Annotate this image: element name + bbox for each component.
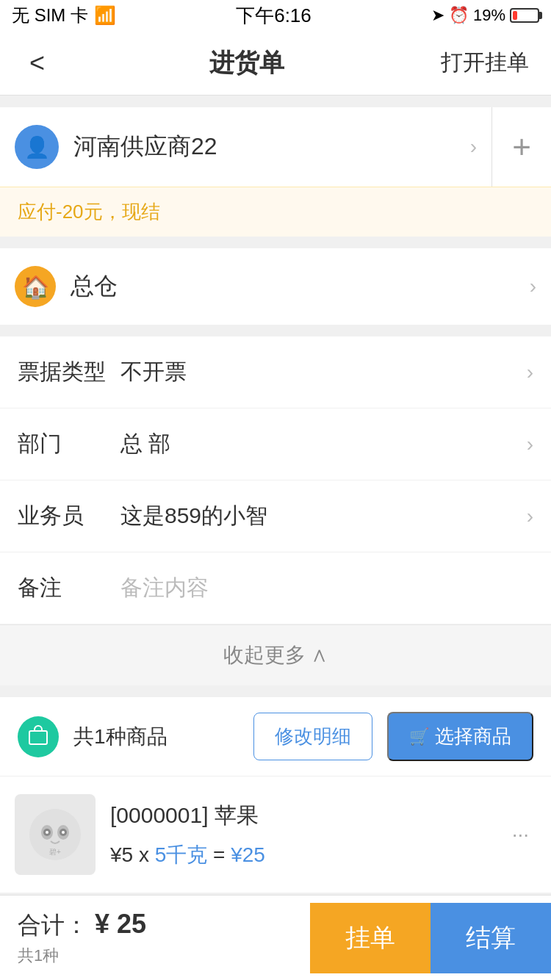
supplier-chevron-icon: › — [470, 135, 477, 159]
product-more-button[interactable]: ··· — [505, 815, 536, 854]
products-icon — [18, 716, 59, 757]
ticket-type-label: 票据类型 — [18, 357, 120, 387]
section-gap-3 — [0, 325, 551, 336]
location-icon: ➤ — [431, 6, 444, 25]
form-row-salesperson[interactable]: 业务员 这是859的小智 › — [0, 480, 551, 552]
form-row-ticket-type[interactable]: 票据类型 不开票 › — [0, 336, 551, 408]
footer-total-amount: ¥ 25 — [95, 909, 146, 939]
select-product-label: 选择商品 — [435, 724, 511, 749]
product-name: [0000001] 苹果 — [110, 801, 490, 831]
status-bar: 无 SIM 卡 📶 下午6:16 ➤ ⏰ 19% — [0, 0, 551, 31]
product-price-row: ¥5 x 5千克 = ¥25 — [110, 841, 490, 869]
supplier-section: 👤 河南供应商22 › + — [0, 107, 551, 187]
department-chevron: › — [527, 433, 533, 456]
battery-percent: 19% — [473, 6, 505, 25]
warehouse-chevron-icon: › — [530, 275, 536, 298]
supplier-avatar: 👤 — [15, 125, 59, 169]
svg-point-6 — [46, 831, 48, 834]
ticket-type-chevron: › — [527, 361, 533, 384]
product-unit-price: ¥5 x — [110, 843, 155, 866]
status-time: 下午6:16 — [236, 3, 311, 29]
footer-total-area: 合计： ¥ 25 共1种 — [0, 896, 310, 980]
back-button[interactable]: < — [22, 40, 52, 86]
footer: 合计： ¥ 25 共1种 挂单 结算 — [0, 895, 551, 980]
products-count: 共1种商品 — [73, 723, 239, 751]
supplier-name: 河南供应商22 — [73, 131, 455, 163]
collapse-button[interactable]: 收起更多 ∧ — [0, 624, 551, 685]
product-title: 苹果 — [215, 803, 259, 827]
footer-total-label: 合计： — [18, 912, 88, 938]
product-item: 碧+ [0000001] 苹果 ¥5 x 5千克 = ¥25 ··· — [0, 776, 551, 893]
footer-total-row: 合计： ¥ 25 — [18, 909, 292, 942]
form-row-department[interactable]: 部门 总 部 › — [0, 408, 551, 480]
suspend-button[interactable]: 挂单 — [310, 903, 431, 973]
form-rows: 票据类型 不开票 › 部门 总 部 › 业务员 这是859的小智 › 备注 备注… — [0, 336, 551, 624]
form-row-remark[interactable]: 备注 备注内容 — [0, 552, 551, 624]
open-suspend-button[interactable]: 打开挂单 — [441, 48, 529, 78]
avatar-icon: 👤 — [24, 135, 50, 159]
warehouse-icon: 🏠 — [15, 266, 56, 307]
product-quantity: 5千克 — [155, 843, 208, 866]
remark-label: 备注 — [18, 573, 120, 603]
wifi-icon: 📶 — [94, 5, 116, 26]
product-equals: = — [213, 843, 231, 866]
nav-bar: < 进货单 打开挂单 — [0, 31, 551, 96]
status-indicators: ➤ ⏰ 19% — [431, 6, 539, 25]
supplier-selector[interactable]: 👤 河南供应商22 › — [0, 107, 492, 187]
page-title: 进货单 — [209, 46, 284, 80]
alarm-icon: ⏰ — [449, 6, 469, 25]
section-gap-2 — [0, 237, 551, 248]
select-product-icon: 🛒 — [409, 727, 429, 746]
product-thumbnail: 碧+ — [15, 794, 96, 875]
remark-placeholder: 备注内容 — [120, 573, 533, 603]
warning-strip: 应付-20元，现结 — [0, 187, 551, 237]
ticket-type-value: 不开票 — [120, 357, 527, 387]
products-header: 共1种商品 修改明细 🛒 选择商品 — [0, 697, 551, 776]
svg-text:碧+: 碧+ — [49, 848, 61, 856]
product-list: 碧+ [0000001] 苹果 ¥5 x 5千克 = ¥25 ··· — [0, 776, 551, 893]
select-product-button[interactable]: 🛒 选择商品 — [387, 712, 533, 761]
checkout-button[interactable]: 结算 — [431, 903, 551, 973]
department-value: 总 部 — [120, 429, 527, 459]
battery-icon — [510, 8, 539, 23]
svg-point-7 — [62, 831, 65, 834]
svg-rect-0 — [29, 731, 47, 744]
department-label: 部门 — [18, 429, 120, 459]
product-info: [0000001] 苹果 ¥5 x 5千克 = ¥25 — [110, 801, 490, 869]
warehouse-name: 总仓 — [71, 270, 515, 303]
section-gap-1 — [0, 96, 551, 107]
salesperson-value: 这是859的小智 — [120, 501, 527, 531]
salesperson-label: 业务员 — [18, 501, 120, 531]
edit-detail-button[interactable]: 修改明细 — [253, 713, 372, 760]
add-supplier-button[interactable]: + — [492, 107, 551, 187]
warning-text: 应付-20元，现结 — [18, 201, 160, 223]
section-gap-4 — [0, 685, 551, 697]
product-total-price: ¥25 — [231, 843, 265, 866]
product-code: [0000001] — [110, 803, 215, 827]
warehouse-section[interactable]: 🏠 总仓 › — [0, 248, 551, 325]
status-carrier: 无 SIM 卡 📶 — [12, 4, 116, 27]
salesperson-chevron: › — [527, 505, 533, 528]
main-content: 👤 河南供应商22 › + 应付-20元，现结 🏠 总仓 › 票据类型 不开票 … — [0, 96, 551, 966]
footer-count: 共1种 — [18, 945, 292, 967]
